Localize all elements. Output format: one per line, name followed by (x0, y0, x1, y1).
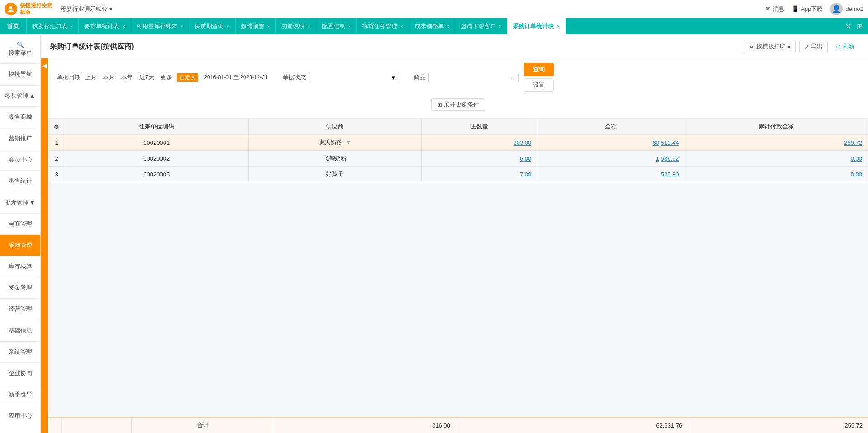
tab-order-stats-close[interactable]: × (122, 24, 125, 29)
tab-inventory-ledger-close[interactable]: × (180, 24, 183, 29)
tab-inventory-ledger[interactable]: 可用量库存账本 × (131, 18, 189, 34)
sidebar-item-retail-mall[interactable]: 零售商城 (0, 107, 40, 128)
date-custom-tag[interactable]: 自定义 (177, 73, 198, 82)
tab-cost-adjust-close[interactable]: × (447, 24, 449, 29)
tab-overstock-warning-close[interactable]: × (267, 24, 270, 29)
user-area[interactable]: 👤 demo2 (830, 3, 863, 15)
date-label: 单据日期 (57, 73, 80, 81)
sidebar-item-basic-info[interactable]: 基础信息 (0, 320, 40, 342)
tab-home[interactable]: 首页 (0, 18, 27, 34)
tab-warranty-query-close[interactable]: × (226, 24, 229, 29)
sidebar-item-search[interactable]: 🔍 搜索菜单 (0, 34, 40, 64)
nav-expand-btn[interactable]: ⊞ (855, 22, 864, 31)
tab-order-stats-label: 要货单统计表 (84, 22, 119, 30)
status-select[interactable]: ▾ (309, 72, 399, 83)
sidebar-item-member[interactable]: 会员中心 (0, 149, 40, 171)
tab-pick-task-close[interactable]: × (400, 24, 403, 29)
row-2-unit-code: 00020002 (65, 151, 249, 167)
tab-order-stats[interactable]: 要货单统计表 × (79, 18, 131, 34)
message-label: 消息 (773, 5, 784, 13)
footer-empty-2 (61, 418, 132, 433)
tab-config-info-label: 配置信息 (322, 22, 345, 30)
export-label: 导出 (811, 43, 823, 51)
expand-label: 展开更多条件 (444, 100, 479, 109)
tab-purchase-order-stats-close[interactable]: × (557, 24, 559, 29)
row-3-unit-code: 00020005 (65, 167, 249, 182)
date-filter-item: 单据日期 上月 本月 本年 近7天 更多 自定义 (57, 72, 198, 82)
tab-invite-downstream-label: 邀请下游客户 (461, 22, 496, 30)
page-title: 采购订单统计表(按供应商) (50, 42, 134, 52)
sidebar-item-enterprise-collab[interactable]: 企业协同 (0, 363, 40, 384)
sidebar-item-finance[interactable]: 资金管理 (0, 277, 40, 299)
row-2-supplier: 飞鹤奶粉 (248, 151, 422, 167)
tab-purchase-order-stats[interactable]: 采购订单统计表 × (507, 18, 565, 34)
goods-input[interactable] (432, 74, 509, 81)
avatar: 👤 (830, 3, 843, 15)
row-2-paid-amount[interactable]: 0.00 (684, 151, 868, 167)
template-print-button[interactable]: 🖨 按模板打印 ▾ (744, 40, 796, 53)
tab-purchase-order-stats-label: 采购订单统计表 (513, 22, 554, 30)
date-shortcut-this-month[interactable]: 本月 (101, 72, 117, 82)
nav-close-btn[interactable]: ✕ (844, 22, 853, 31)
tab-config-info[interactable]: 配置信息 × (316, 18, 357, 34)
page-title-row: 采购订单统计表(按供应商) 🖨 按模板打印 ▾ ↗ 导出 ↺ 刷新 (50, 40, 859, 53)
tab-pick-task-label: 拣货任务管理 (362, 22, 397, 30)
row-1-amount[interactable]: 60,519.44 (537, 135, 684, 151)
top-bar: 畅捷通好生意 标版 母婴行业演示账套 ▾ ✉ 消息 📱 App下载 👤 demo… (0, 0, 868, 18)
sidebar-item-inventory[interactable]: 库存核算 (0, 256, 40, 277)
table-wrapper: ⚙ 往来单位编码 供应商 主数量 金额 累计付款金额 1 000 (48, 119, 868, 417)
sidebar-item-wholesale[interactable]: 批发管理 ▼ (0, 192, 40, 214)
tab-pick-task[interactable]: 拣货任务管理 × (357, 18, 409, 34)
row-3-paid-amount[interactable]: 0.00 (684, 167, 868, 182)
date-shortcut-more[interactable]: 更多 (159, 72, 174, 82)
message-btn[interactable]: ✉ 消息 (766, 5, 784, 13)
export-button[interactable]: ↗ 导出 (799, 40, 828, 53)
app-download-btn[interactable]: 📱 App下载 (792, 5, 823, 13)
date-shortcut-this-year[interactable]: 本年 (119, 72, 135, 82)
main-layout: 🔍 搜索菜单 快捷导航 零售管理 ▲ 零售商城 营销推广 会员中心 零售统计 批… (0, 34, 868, 433)
page-header-actions: 🖨 按模板打印 ▾ ↗ 导出 ↺ 刷新 (744, 40, 859, 53)
status-dropdown-icon: ▾ (392, 74, 395, 81)
workspace-selector[interactable]: 母婴行业演示账套 ▾ (61, 5, 113, 13)
filter-sidebar-toggle[interactable]: ◀ (41, 58, 48, 433)
row-2-amount[interactable]: 1,586.52 (537, 151, 684, 167)
sidebar-item-retail[interactable]: 零售管理 ▲ (0, 86, 40, 107)
tab-warranty-query[interactable]: 保质期查询 × (189, 18, 235, 34)
tab-overstock-warning[interactable]: 超储预警 × (236, 18, 276, 34)
sidebar-item-enterprise-wechat[interactable]: 企业微信 (0, 427, 40, 433)
refresh-button[interactable]: ↺ 刷新 (831, 40, 859, 53)
row-1-paid-amount[interactable]: 259.72 (684, 135, 868, 151)
sidebar-item-ecommerce[interactable]: 电商管理 (0, 214, 40, 235)
date-shortcut-7days[interactable]: 近7天 (137, 72, 156, 82)
tab-function-desc-label: 功能说明 (281, 22, 305, 30)
query-button[interactable]: 查询 (524, 63, 554, 76)
sidebar-item-retail-stats[interactable]: 零售统计 (0, 171, 40, 192)
row-2-index: 2 (48, 151, 65, 167)
settings-button[interactable]: 设置 (524, 78, 554, 92)
tab-invite-downstream[interactable]: 邀请下游客户 × (455, 18, 507, 34)
sidebar-item-purchase[interactable]: 采购管理 (0, 235, 40, 256)
date-shortcut-last-month[interactable]: 上月 (83, 72, 99, 82)
sidebar-item-new-guide[interactable]: 新手引导 (0, 384, 40, 405)
sidebar-item-operation[interactable]: 经营管理 (0, 299, 40, 320)
main-content: 单据日期 上月 本月 本年 近7天 更多 自定义 2016-01-0 (48, 58, 868, 433)
tab-receive-send[interactable]: 收发存汇总表 × (27, 18, 79, 34)
row-1-main-qty[interactable]: 303.00 (422, 135, 537, 151)
sidebar-item-system[interactable]: 系统管理 (0, 342, 40, 363)
expand-more-btn[interactable]: ⊞ 展开更多条件 (431, 98, 485, 111)
row-3-main-qty[interactable]: 7.00 (422, 167, 537, 182)
tab-config-info-close[interactable]: × (348, 24, 351, 29)
tab-function-desc-close[interactable]: × (307, 24, 310, 29)
sidebar-item-quick-nav[interactable]: 快捷导航 (0, 64, 40, 85)
tab-cost-adjust[interactable]: 成本调整单 × (409, 18, 455, 34)
data-table: ⚙ 往来单位编码 供应商 主数量 金额 累计付款金额 1 000 (48, 119, 868, 182)
goods-more-icon[interactable]: ··· (509, 74, 514, 81)
row-2-main-qty[interactable]: 6.00 (422, 151, 537, 167)
sidebar-item-app-center[interactable]: 应用中心 (0, 405, 40, 427)
sidebar-item-marketing[interactable]: 营销推广 (0, 128, 40, 149)
row-3-amount[interactable]: 525.80 (537, 167, 684, 182)
tab-function-desc[interactable]: 功能说明 × (276, 18, 316, 34)
row-1-expand-icon[interactable]: ▼ (345, 139, 351, 146)
tab-invite-downstream-close[interactable]: × (499, 24, 501, 29)
tab-receive-send-close[interactable]: × (70, 24, 73, 29)
